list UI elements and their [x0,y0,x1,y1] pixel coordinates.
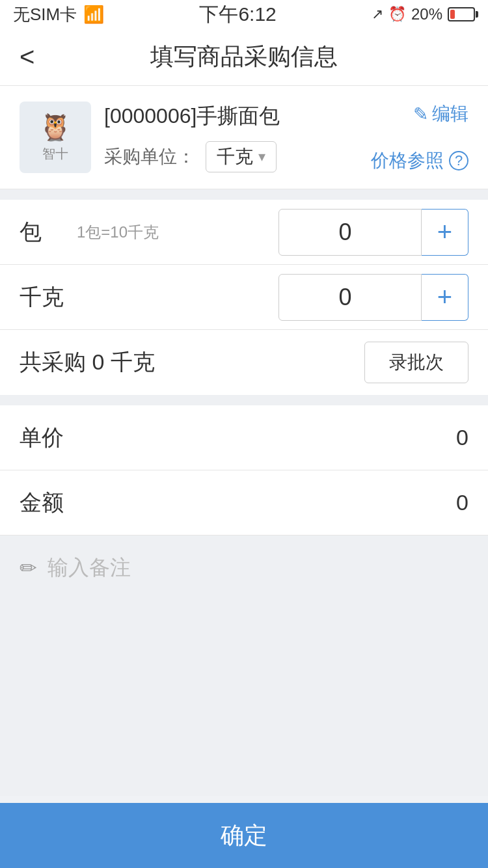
amount-label: 金额 [20,488,64,518]
location-icon: ↗ [372,6,383,23]
wifi-icon: 📶 [83,5,104,25]
unit-select[interactable]: 千克 ▾ [206,141,277,172]
battery-fill [450,10,455,19]
product-thumbnail-icon: 🦉 [39,112,72,142]
unit-label: 采购单位： [104,144,195,169]
back-button[interactable]: < [20,42,34,72]
price-ref-label: 价格参照 [371,148,444,173]
product-image-text: 智十 [42,145,68,163]
price-section: 单价 0 金额 0 [0,405,488,536]
carrier-text: 无SIM卡 [13,3,77,26]
notes-placeholder: 输入备注 [47,554,131,582]
bao-plus-button[interactable]: + [422,209,468,256]
kg-label: 千克 [20,282,72,312]
unit-value: 千克 [217,144,253,169]
amount-row: 金额 0 [0,470,488,536]
bao-sublabel: 1包=10千克 [77,222,278,243]
confirm-button[interactable]: 确定 [0,803,488,868]
price-ref-help-icon: ? [449,151,468,170]
unit-dropdown-arrow: ▾ [258,148,265,165]
bottom-spacer [0,601,488,796]
summary-amount-value: 0 [92,349,104,374]
pencil-icon: ✏ [20,556,37,580]
bao-quantity-input[interactable] [278,209,422,256]
amount-value: 0 [456,490,468,515]
notes-section[interactable]: ✏ 输入备注 [0,536,488,601]
edit-icon: ✎ [413,103,428,125]
unit-price-value: 0 [456,425,468,450]
summary-unit-value: 千克 [111,349,155,374]
section-divider-2 [0,395,488,405]
alarm-icon: ⏰ [388,6,406,23]
unit-price-row: 单价 0 [0,405,488,470]
battery-icon [448,7,475,21]
status-time: 下午6:12 [199,1,276,28]
record-batch-button[interactable]: 录批次 [364,342,468,383]
section-divider-1 [0,189,488,200]
edit-button[interactable]: ✎ 编辑 [413,102,468,126]
quantity-input-section: 包 1包=10千克 + 千克 + 共采购 0 千克 录批次 [0,200,488,395]
summary-prefix: 共采购 [20,349,86,374]
kg-quantity-input[interactable] [278,274,422,321]
product-card: 🦉 智十 [0000006]手撕面包 采购单位： 千克 ▾ ✎ 编辑 价格参照 … [0,86,488,189]
battery-percent: 20% [411,5,442,23]
price-reference-button[interactable]: 价格参照 ? [371,148,468,173]
kg-plus-button[interactable]: + [422,274,468,321]
status-bar: 无SIM卡 📶 下午6:12 ↗ ⏰ 20% [0,0,488,29]
bao-input-row: 包 1包=10千克 + [0,200,488,265]
summary-text: 共采购 0 千克 [20,347,155,377]
kg-input-right: + [278,274,468,321]
nav-bar: < 填写商品采购信息 [0,29,488,86]
bao-label: 包 [20,217,72,247]
kg-input-row: 千克 + [0,265,488,330]
status-left: 无SIM卡 📶 [13,3,104,26]
edit-label: 编辑 [432,102,468,126]
page-title: 填写商品采购信息 [150,41,338,73]
product-image: 🦉 智十 [20,102,91,173]
bao-input-right: + [278,209,468,256]
unit-price-label: 单价 [20,423,64,453]
confirm-label: 确定 [221,820,267,852]
status-right: ↗ ⏰ 20% [372,5,475,23]
summary-row: 共采购 0 千克 录批次 [0,330,488,395]
